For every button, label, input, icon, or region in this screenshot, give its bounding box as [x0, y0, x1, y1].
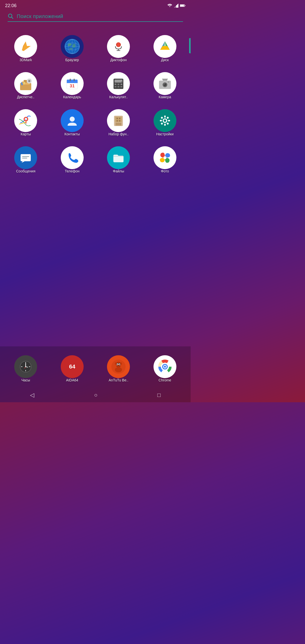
app-label-dictophone: Диктофон	[110, 58, 127, 62]
svg-rect-38	[67, 82, 78, 83]
dock-aida64[interactable]: 64 AIDA64	[49, 350, 96, 387]
app-label-messages: Сообщения	[16, 169, 35, 173]
svg-marker-1	[174, 4, 178, 8]
nav-back-button[interactable]: ◁	[30, 392, 34, 398]
svg-point-110	[115, 367, 122, 372]
battery-icon	[180, 4, 186, 7]
app-3dmark[interactable]: 3DMark	[3, 30, 49, 67]
svg-rect-83	[166, 122, 169, 125]
app-calendar[interactable]: 31 Календарь	[49, 67, 96, 104]
svg-rect-71	[119, 118, 120, 119]
app-label-phone: Телефон	[65, 169, 80, 173]
app-maps[interactable]: G Карты	[3, 104, 49, 141]
app-label-maps: Карты	[21, 132, 31, 136]
svg-text:×: ×	[121, 83, 122, 85]
svg-rect-39	[70, 79, 71, 81]
app-icon-dictophone	[107, 35, 130, 58]
app-label-drive: Диск	[161, 58, 169, 62]
app-dictophone[interactable]: Диктофон	[95, 30, 142, 67]
svg-rect-48	[117, 86, 119, 88]
svg-rect-3	[180, 5, 184, 7]
svg-rect-72	[117, 120, 118, 122]
app-icon-files	[107, 146, 130, 169]
svg-text:-: -	[118, 83, 119, 85]
app-icon-3dmark	[14, 35, 37, 58]
app-label-camera: Камера	[159, 95, 171, 99]
search-icon	[8, 13, 14, 19]
svg-point-115	[164, 366, 166, 368]
svg-marker-26	[160, 46, 170, 50]
svg-point-75	[164, 119, 166, 122]
app-label-3dmark: 3DMark	[20, 58, 32, 62]
app-messages[interactable]: Сообщения	[3, 141, 49, 178]
status-time: 22:06	[5, 3, 17, 8]
search-bar[interactable]: Поиск приложений	[0, 10, 191, 25]
app-icon-contacts	[61, 109, 84, 132]
svg-rect-86	[22, 158, 27, 158]
app-drive[interactable]: Диск	[142, 30, 188, 67]
svg-rect-35	[24, 82, 25, 84]
svg-point-109	[120, 362, 122, 365]
app-dispatcher[interactable]: Диспетче..	[3, 67, 49, 104]
app-icon-phone	[61, 146, 84, 169]
app-funcset[interactable]: Набор фун..	[95, 104, 142, 141]
svg-point-59	[167, 81, 169, 83]
signal-icon	[174, 4, 178, 8]
svg-rect-76	[164, 116, 166, 118]
dock-label-chrome: Chrome	[159, 378, 171, 382]
app-icon-funcset	[107, 109, 130, 132]
dock-antutu[interactable]: AnTuTu Be..	[95, 350, 142, 387]
app-photos[interactable]: Фото	[142, 141, 188, 178]
app-label-files: Файлы	[113, 169, 124, 173]
bottom-dock: Часы 64 AIDA64	[0, 346, 191, 402]
app-contacts[interactable]: Контакты	[49, 104, 96, 141]
status-bar: 22:06	[0, 0, 191, 10]
svg-rect-78	[160, 120, 162, 121]
app-files[interactable]: Файлы	[95, 141, 142, 178]
app-icon-messages	[14, 146, 37, 169]
app-label-calendar: Календарь	[63, 95, 81, 99]
svg-rect-4	[185, 5, 186, 6]
nav-bar: ◁ ○ □	[0, 390, 191, 402]
svg-rect-47	[115, 86, 117, 88]
app-grid: 3DMark Браузер	[0, 25, 191, 183]
svg-rect-80	[161, 117, 163, 119]
status-icons	[167, 4, 186, 8]
dock-label-antutu: AnTuTu Be..	[109, 378, 128, 382]
app-icon-photos	[154, 146, 176, 169]
svg-text:+: +	[115, 83, 116, 85]
app-icon-dispatcher	[14, 72, 37, 95]
app-camera[interactable]: Камера	[142, 67, 188, 104]
dock-clock[interactable]: Часы	[3, 350, 49, 387]
app-settings[interactable]: Настройки	[142, 104, 188, 141]
svg-rect-79	[168, 120, 170, 121]
app-label-funcset: Набор фун..	[109, 132, 129, 136]
nav-recent-button[interactable]: □	[157, 392, 161, 398]
svg-rect-81	[166, 117, 169, 119]
wifi-icon	[167, 4, 172, 8]
app-icon-maps: G	[14, 109, 37, 132]
svg-rect-70	[117, 118, 118, 119]
svg-point-108	[115, 362, 117, 365]
app-label-dispatcher: Диспетче..	[17, 95, 34, 99]
svg-rect-73	[119, 120, 120, 122]
dock-apps: Часы 64 AIDA64	[0, 346, 191, 390]
svg-rect-49	[120, 86, 123, 88]
app-label-settings: Настройки	[156, 132, 174, 136]
svg-line-6	[12, 17, 13, 19]
app-icon-aida64: 64	[61, 355, 84, 378]
dock-chrome[interactable]: Chrome	[142, 350, 188, 387]
svg-marker-27	[162, 41, 167, 46]
nav-home-button[interactable]: ○	[94, 392, 97, 398]
app-phone[interactable]: Телефон	[49, 141, 96, 178]
app-icon-antutu	[107, 355, 130, 378]
app-calculator[interactable]: + + - × Калькулят..	[95, 67, 142, 104]
svg-rect-77	[164, 124, 166, 126]
svg-point-97	[25, 366, 26, 367]
app-icon-calendar: 31	[61, 72, 84, 95]
dock-label-clock: Часы	[21, 378, 30, 382]
app-label-calculator: Калькулят..	[109, 95, 128, 99]
app-icon-clock	[14, 355, 37, 378]
scroll-hint	[189, 38, 191, 53]
app-browser[interactable]: Браузер	[49, 30, 96, 67]
